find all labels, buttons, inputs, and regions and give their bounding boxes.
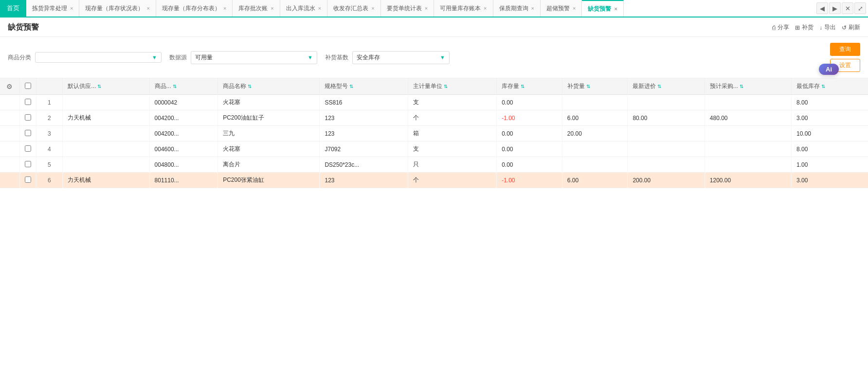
th-est-purchase-label: 预计采购... <box>710 82 738 90</box>
th-spec[interactable]: 规格型号 ⇅ <box>320 78 408 95</box>
tab-batch-account[interactable]: 库存批次账 × <box>233 0 280 17</box>
tab-home[interactable]: 首页 <box>0 0 26 17</box>
tab-fullscreen-button[interactable]: ⤢ <box>854 2 866 14</box>
tab-next-button[interactable]: ▶ <box>829 2 841 14</box>
cell-code-5: 801110... <box>149 173 218 188</box>
tab-overstock[interactable]: 超储预警 × <box>541 0 582 17</box>
tab-inventory-status-close[interactable]: × <box>146 5 149 11</box>
tab-shortage-close[interactable]: × <box>614 6 617 12</box>
tab-inventory-dist[interactable]: 现存量（库存分布表） × <box>156 0 233 17</box>
cell-replenish-0 <box>562 95 628 110</box>
tab-overstock-close[interactable]: × <box>573 5 576 11</box>
cell-replenish-4 <box>562 157 628 173</box>
column-settings-icon[interactable]: ⚙ <box>6 83 13 90</box>
cell-checkbox-5[interactable] <box>19 173 36 188</box>
table-row[interactable]: 1 0000042 火花塞 SS816 支 0.00 8.00 <box>0 95 868 110</box>
cell-latest-price-5: 200.00 <box>628 173 705 188</box>
cell-gear-5 <box>0 173 19 188</box>
tab-shortage[interactable]: 缺货预警 × <box>582 0 623 17</box>
th-replenish[interactable]: 补货量 ⇅ <box>562 78 628 95</box>
cell-stock-1: -1.00 <box>497 110 562 126</box>
tab-close-all-button[interactable]: ✕ <box>842 2 853 14</box>
th-latest-price[interactable]: 最新进价 ⇅ <box>628 78 705 95</box>
tab-exception-label: 拣货异常处理 <box>32 4 67 13</box>
th-name[interactable]: 商品名称 ⇅ <box>218 78 320 95</box>
th-checkbox <box>19 78 36 95</box>
cell-checkbox-3[interactable] <box>19 141 36 157</box>
cell-num-4: 5 <box>36 157 63 173</box>
cell-est-purchase-3 <box>705 141 791 157</box>
tab-receive-summary-close[interactable]: × <box>371 5 374 11</box>
cell-checkbox-0[interactable] <box>19 95 36 110</box>
tab-available-ledger-close[interactable]: × <box>484 5 487 11</box>
tab-expiry-query-close[interactable]: × <box>531 5 534 11</box>
tab-inventory-dist-close[interactable]: × <box>223 5 226 11</box>
select-all-checkbox[interactable] <box>25 83 31 89</box>
cell-checkbox-4[interactable] <box>19 157 36 173</box>
table-row[interactable]: 3 004200... 三九 123 箱 0.00 20.00 10.00 <box>0 126 868 141</box>
tab-batch-account-close[interactable]: × <box>271 5 273 11</box>
tab-receive-summary[interactable]: 收发存汇总表 × <box>327 0 380 17</box>
export-icon: ↓ <box>819 24 822 31</box>
cell-spec-1: 123 <box>320 110 408 126</box>
datasource-select[interactable]: 可用量 ▼ <box>191 51 317 64</box>
cell-checkbox-1[interactable] <box>19 110 36 126</box>
table-row[interactable]: 2 力天机械 004200... PC200油缸缸子 123 个 -1.00 6… <box>0 110 868 126</box>
ai-label: Ai <box>826 66 832 73</box>
tab-demand-stats[interactable]: 要货单统计表 × <box>381 0 434 17</box>
cell-code-4: 004800... <box>149 157 218 173</box>
tab-available-ledger[interactable]: 可用量库存账本 × <box>434 0 493 17</box>
cell-unit-1: 个 <box>408 110 497 126</box>
share-button[interactable]: ⎙ 分享 <box>772 23 789 32</box>
home-label: 首页 <box>7 4 19 13</box>
replenish-base-select[interactable]: 安全库存 ▼ <box>352 51 450 64</box>
datasource-value: 可用量 <box>195 53 213 62</box>
cell-checkbox-2[interactable] <box>19 126 36 141</box>
replenish-base-value: 安全库存 <box>357 53 380 62</box>
tab-demand-stats-close[interactable]: × <box>425 5 428 11</box>
cell-unit-0: 支 <box>408 95 497 110</box>
tab-prev-button[interactable]: ◀ <box>816 2 828 14</box>
cell-min-stock-0: 8.00 <box>792 95 868 110</box>
cell-min-stock-5: 3.00 <box>792 173 868 188</box>
table-row[interactable]: 5 004800... 离合片 DS250*23c... 只 0.00 1.00 <box>0 157 868 173</box>
th-est-purchase[interactable]: 预计采购... ⇅ <box>705 78 791 95</box>
replenish-base-label: 补货基数 <box>325 53 348 62</box>
query-button[interactable]: 查询 <box>830 43 860 56</box>
export-button[interactable]: ↓ 导出 <box>819 23 836 32</box>
th-unit[interactable]: 主计量单位 ⇅ <box>408 78 497 95</box>
th-stock-label: 库存量 <box>502 82 519 90</box>
category-select[interactable]: ▼ <box>35 52 162 63</box>
tab-inventory-status[interactable]: 现存量（库存状况表） × <box>79 0 156 17</box>
ai-badge[interactable]: Ai <box>819 64 839 75</box>
tab-available-ledger-label: 可用量库存账本 <box>440 4 481 13</box>
tab-exception[interactable]: 拣货异常处理 × <box>26 0 79 17</box>
filter-bar: 商品分类 ▼ 数据源 可用量 ▼ 补货基数 安全库存 ▼ 查询 设置 <box>0 37 868 78</box>
data-table: ⚙ 默认供应... ⇅ 商品... <box>0 78 868 188</box>
share-label: 分享 <box>778 23 789 32</box>
table-row[interactable]: 4 004600... 火花塞 J7092 支 0.00 8.00 <box>0 141 868 157</box>
table-row[interactable]: 6 力天机械 801110... PC200张紧油缸 123 个 -1.00 6… <box>0 173 868 188</box>
th-supplier[interactable]: 默认供应... ⇅ <box>63 78 149 95</box>
export-label: 导出 <box>824 23 836 32</box>
cell-gear-3 <box>0 141 19 157</box>
cell-stock-2: 0.00 <box>497 126 562 141</box>
cell-code-3: 004600... <box>149 141 218 157</box>
cell-name-5: PC200张紧油缸 <box>218 173 320 188</box>
th-spec-label: 规格型号 <box>325 82 348 90</box>
refresh-icon: ↺ <box>842 24 847 31</box>
tab-inout-flow-close[interactable]: × <box>318 5 321 11</box>
th-code[interactable]: 商品... ⇅ <box>149 78 218 95</box>
tab-inout-flow[interactable]: 出入库流水 × <box>280 0 327 17</box>
cell-replenish-1: 6.00 <box>562 110 628 126</box>
cell-supplier-2 <box>63 126 149 141</box>
th-min-stock[interactable]: 最低库存 ⇅ <box>792 78 868 95</box>
cell-spec-0: SS816 <box>320 95 408 110</box>
cell-replenish-5: 6.00 <box>562 173 628 188</box>
refresh-button[interactable]: ↺ 刷新 <box>842 23 860 32</box>
tab-expiry-query[interactable]: 保质期查询 × <box>493 0 541 17</box>
replenish-button[interactable]: ⊞ 补货 <box>795 23 814 32</box>
tab-exception-close[interactable]: × <box>70 5 73 11</box>
cell-latest-price-0 <box>628 95 705 110</box>
th-stock[interactable]: 库存量 ⇅ <box>497 78 562 95</box>
